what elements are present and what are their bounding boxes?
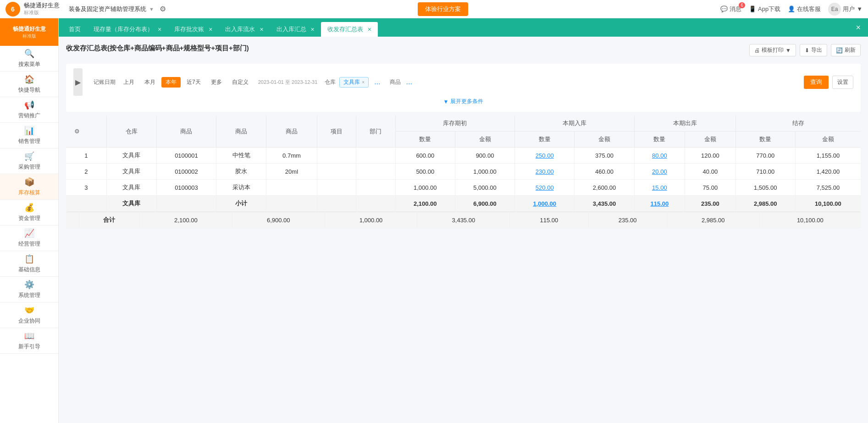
cell-out-qty[interactable]: 15.00: [634, 180, 685, 196]
warehouse-more-btn[interactable]: ...: [372, 78, 382, 86]
tab-close-batch[interactable]: ×: [209, 26, 212, 33]
out-qty-link[interactable]: 115.00: [650, 200, 669, 207]
marketing-icon: 📢: [24, 100, 34, 110]
service-icon: 👤: [788, 5, 795, 12]
date-btn-this-year[interactable]: 本年: [161, 77, 181, 88]
cell-warehouse: 文具库: [106, 180, 156, 196]
sidebar-item-operations[interactable]: 📈 经营管理: [0, 225, 58, 251]
cell-project: [317, 164, 356, 180]
cell-spec: [266, 196, 317, 212]
cell-in-qty[interactable]: 520.00: [515, 180, 575, 196]
tab-flow[interactable]: 出入库流水 ×: [219, 22, 270, 37]
th-warehouse: 仓库: [106, 115, 156, 148]
refresh-btn[interactable]: 🔄 刷新: [831, 44, 861, 56]
export-btn[interactable]: ⬇ 导出: [800, 44, 827, 56]
in-qty-link[interactable]: 520.00: [536, 184, 554, 191]
date-btn-7days[interactable]: 近7天: [182, 77, 205, 88]
gear-icon[interactable]: ⚙: [160, 5, 166, 13]
date-filter: 记账日期 上月 本月 本年 近7天 更多 自定义 2023-01-01 至 20…: [94, 77, 317, 88]
date-btn-more[interactable]: 更多: [207, 77, 226, 88]
footer-bal-amt: 10,100.00: [759, 212, 861, 228]
basic-info-icon: 📋: [24, 254, 34, 264]
cell-no: [66, 196, 106, 212]
cell-out-qty[interactable]: 115.00: [634, 196, 685, 212]
footer-empty-settings: [66, 212, 79, 228]
page-title: 收发存汇总表(按仓库+商品编码+商品+规格型号+项目+部门): [66, 44, 249, 53]
out-qty-link[interactable]: 15.00: [652, 184, 667, 191]
sidebar-item-inventory[interactable]: 📦 库存核算: [0, 174, 58, 200]
sidebar-item-quick-nav[interactable]: 🏠 快捷导航: [0, 71, 58, 97]
sidebar-item-enterprise[interactable]: 🤝 企业协同: [0, 302, 58, 328]
top-bar-right: 💬 消息 6 📱 App下载 👤 在线客服 Ea 用户 ▼: [720, 3, 862, 16]
date-btn-last-month[interactable]: 上月: [119, 77, 138, 88]
cell-open-qty: 500.00: [395, 164, 455, 180]
sidebar-item-marketing[interactable]: 📢 营销推广: [0, 97, 58, 123]
in-qty-link[interactable]: 230.00: [536, 168, 554, 175]
goods-more-btn[interactable]: ...: [404, 78, 414, 86]
user-area[interactable]: Ea 用户 ▼: [828, 3, 862, 16]
online-service-btn[interactable]: 👤 在线客服: [788, 5, 821, 13]
app-download-btn[interactable]: 📱 App下载: [749, 5, 780, 13]
date-btn-this-month[interactable]: 本月: [140, 77, 160, 88]
tab-close-summary[interactable]: ×: [311, 26, 315, 33]
sidebar-item-system[interactable]: ⚙️ 系统管理: [0, 277, 58, 302]
out-qty-link[interactable]: 20.00: [652, 168, 667, 175]
inventory-icon: 📦: [24, 177, 34, 187]
cell-in-qty[interactable]: 230.00: [515, 164, 575, 180]
table-settings-icon[interactable]: ⚙: [71, 125, 83, 138]
sidebar-item-guide[interactable]: 📖 新手引导: [0, 328, 58, 354]
cell-name: 小计: [216, 196, 266, 212]
warehouse-tag-close[interactable]: ×: [362, 80, 365, 85]
cell-open-amt: 900.00: [455, 148, 514, 164]
footer-total-label: 合计: [79, 212, 139, 228]
in-qty-link[interactable]: 1,000.00: [533, 200, 556, 207]
cell-in-amt: 2,600.00: [575, 180, 634, 196]
filter-collapse-btn[interactable]: ▶: [73, 68, 83, 96]
print-btn[interactable]: 🖨 模板打印 ▼: [749, 44, 796, 56]
print-icon: 🖨: [754, 47, 760, 54]
logo-text: 畅捷通好生意: [24, 2, 60, 9]
date-btn-custom[interactable]: 自定义: [228, 77, 253, 88]
try-btn[interactable]: 体验行业方案: [418, 2, 468, 16]
sidebar-item-sales[interactable]: 📊 销售管理: [0, 123, 58, 148]
print-dropdown-icon: ▼: [785, 47, 791, 54]
cell-dept: [356, 148, 395, 164]
tab-recv-send[interactable]: 收发存汇总表 ×: [321, 22, 378, 37]
top-bar: 6 畅捷通好生意 标准版 装备及固定资产辅助管理系统 ▼ ⚙ 体验行业方案 💬 …: [0, 0, 868, 18]
cell-out-amt: 235.00: [685, 196, 736, 212]
query-btn[interactable]: 查询: [804, 76, 829, 89]
footer-in-qty: 1,000.00: [325, 212, 417, 228]
tab-batch[interactable]: 库存批次账 ×: [168, 22, 219, 37]
cell-code: 0100001: [156, 148, 216, 164]
tab-close-flow[interactable]: ×: [260, 26, 263, 33]
tab-home[interactable]: 首页: [62, 22, 87, 37]
export-icon: ⬇: [805, 47, 809, 54]
sidebar-item-search[interactable]: 🔍 搜索菜单: [0, 46, 58, 71]
sidebar-item-purchase[interactable]: 🛒 采购管理: [0, 148, 58, 174]
expand-btn[interactable]: ▼ 展开更多条件: [443, 98, 484, 105]
th-out-qty: 数量: [634, 132, 685, 148]
filter-inner: ▶ 记账日期 上月 本月 本年 近7天 更多 自定义: [73, 68, 853, 96]
settings-btn[interactable]: 设置: [832, 76, 853, 89]
cell-in-qty[interactable]: 250.00: [515, 148, 575, 164]
sidebar-item-basic-info[interactable]: 📋 基础信息: [0, 251, 58, 277]
cell-out-amt: 120.00: [685, 148, 736, 164]
in-qty-link[interactable]: 250.00: [536, 152, 554, 159]
footer-out-qty: 115.00: [510, 212, 588, 228]
cell-in-qty[interactable]: 1,000.00: [515, 196, 575, 212]
tab-close-stock-dist[interactable]: ×: [158, 26, 161, 33]
th-out-group: 本期出库: [634, 115, 735, 132]
sidebar-item-finance[interactable]: 💰 资金管理: [0, 200, 58, 225]
out-qty-link[interactable]: 80.00: [652, 152, 667, 159]
cell-out-qty[interactable]: 20.00: [634, 164, 685, 180]
close-all-tabs[interactable]: ×: [852, 23, 864, 33]
cell-out-qty[interactable]: 80.00: [634, 148, 685, 164]
tab-close-recv-send[interactable]: ×: [368, 26, 371, 33]
message-btn[interactable]: 💬 消息 6: [720, 5, 741, 13]
cell-code: 0100002: [156, 164, 216, 180]
system-dropdown-icon[interactable]: ▼: [149, 6, 154, 12]
purchase-icon: 🛒: [24, 151, 34, 161]
tab-stock-dist[interactable]: 现存量（库存分布表） ×: [87, 22, 168, 37]
tab-summary[interactable]: 出入库汇总 ×: [270, 22, 321, 37]
message-badge: 6: [739, 2, 745, 8]
